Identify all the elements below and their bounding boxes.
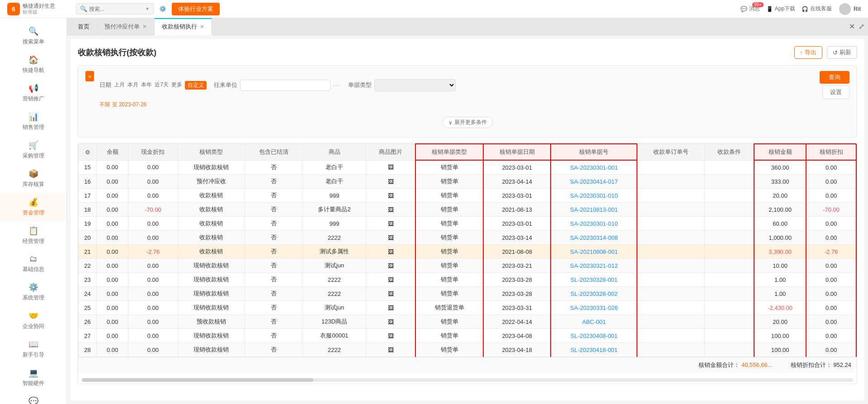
nav-search-input[interactable] bbox=[89, 6, 143, 12]
message-icon: 💬 bbox=[741, 6, 747, 12]
message-button[interactable]: 💬 消息 99+ bbox=[741, 5, 760, 13]
table-cell[interactable]: SA-20210813-001 bbox=[551, 203, 637, 217]
table-cell: 0.00 bbox=[97, 217, 128, 231]
customer-label: 往来单位 bbox=[214, 81, 237, 89]
table-cell[interactable]: SA-20230321-012 bbox=[551, 259, 637, 273]
expand-more-button[interactable]: ∨ 展开更多条件 bbox=[443, 117, 493, 128]
sidebar-item-base[interactable]: 🗂 基础信息 bbox=[0, 250, 66, 278]
export-button[interactable]: ↑ 导出 bbox=[794, 46, 823, 59]
close-tab-button[interactable]: ✕ bbox=[849, 22, 855, 31]
table-cell[interactable]: SL-20230328-001 bbox=[551, 273, 637, 287]
table-cell[interactable]: SL-20230418-001 bbox=[551, 343, 637, 357]
tab-prepay[interactable]: 预付冲应付单 ✕ bbox=[97, 18, 155, 35]
sidebar-label-hardware: 智能硬件 bbox=[23, 380, 44, 387]
sidebar-item-manage[interactable]: 📋 经营管理 bbox=[0, 221, 66, 250]
sidebar-item-inventory[interactable]: 📦 库存核算 bbox=[0, 164, 66, 193]
sidebar-item-finance[interactable]: 💰 资金管理 bbox=[0, 193, 66, 221]
table-cell bbox=[704, 315, 754, 329]
date-7days[interactable]: 近7天 bbox=[155, 81, 169, 90]
scroll-bar-area[interactable] bbox=[78, 373, 857, 384]
table-cell[interactable]: SA-20230331-026 bbox=[551, 301, 637, 315]
refresh-label: 刷新 bbox=[840, 48, 851, 57]
table-cell: 0.00 bbox=[97, 175, 128, 189]
sidebar-item-purchase[interactable]: 🛒 采购管理 bbox=[0, 136, 66, 164]
sidebar-item-search[interactable]: 🔍 搜索菜单 bbox=[0, 22, 66, 50]
table-cell: 0.00 bbox=[128, 231, 178, 245]
expand-more-row: ∨ 展开更多条件 bbox=[85, 113, 849, 132]
date-this-year[interactable]: 本年 bbox=[141, 81, 152, 90]
date-more[interactable]: 更多 bbox=[171, 81, 182, 90]
query-button[interactable]: 查询 bbox=[820, 71, 849, 84]
search-menu-icon: 🔍 bbox=[28, 26, 38, 36]
table-cell: 20 bbox=[79, 231, 97, 245]
maximize-button[interactable]: ⤢ bbox=[859, 22, 864, 31]
table-cell[interactable]: SA-20230301-001 bbox=[551, 160, 637, 175]
tab-receipt-close[interactable]: ✕ bbox=[200, 24, 204, 30]
table-cell bbox=[637, 343, 704, 357]
table-cell: 0.00 bbox=[806, 217, 856, 231]
sidebar-item-marketing[interactable]: 📢 营销推广 bbox=[0, 79, 66, 107]
filter-collapse-btn[interactable]: » bbox=[85, 71, 94, 81]
sidebar-label-nav: 快捷导航 bbox=[23, 67, 44, 74]
sidebar-label-inventory: 库存核算 bbox=[23, 181, 44, 188]
table-cell: 🖼 bbox=[366, 301, 415, 315]
table-cell: 2023-04-14 bbox=[483, 175, 551, 189]
tab-prepay-label: 预付冲应付单 bbox=[104, 23, 140, 31]
date-last-month[interactable]: 上月 bbox=[114, 81, 125, 90]
table-cell: 0.00 bbox=[128, 259, 178, 273]
table-cell[interactable]: SA-20230414-017 bbox=[551, 175, 637, 189]
sidebar-item-nav[interactable]: 🏠 快捷导航 bbox=[0, 50, 66, 79]
tab-prepay-close[interactable]: ✕ bbox=[142, 24, 147, 30]
nav-search[interactable]: 🔍 ▼ bbox=[76, 3, 154, 14]
sidebar-item-hardware[interactable]: 💻 智能硬件 bbox=[0, 363, 66, 392]
th-receipt-order-no: 收款单订单号 bbox=[637, 144, 704, 160]
solution-button[interactable]: 体验行业方案 bbox=[172, 3, 220, 15]
th-settings[interactable]: ⚙ bbox=[79, 144, 97, 160]
scroll-thumb[interactable] bbox=[82, 378, 313, 382]
online-service-button[interactable]: 🎧 在线客服 bbox=[802, 5, 832, 13]
table-cell[interactable]: SA-20210808-001 bbox=[551, 245, 637, 259]
table-cell: 0.00 bbox=[806, 259, 856, 273]
table-row: 210.00-2.76收款核销否测试多属性🖼销货单2021-08-08SA-20… bbox=[79, 245, 857, 259]
table-cell: 16 bbox=[79, 175, 97, 189]
date-this-month[interactable]: 本月 bbox=[127, 81, 138, 90]
table-cell: 0.00 bbox=[128, 160, 178, 175]
settings-button[interactable]: 设置 bbox=[822, 86, 849, 99]
table-cell: 销货单 bbox=[415, 217, 483, 231]
tab-home[interactable]: 首页 bbox=[71, 18, 97, 35]
system-icon: ⚙️ bbox=[28, 282, 38, 292]
sidebar-item-guide[interactable]: 📖 新手引导 bbox=[0, 335, 66, 363]
sidebar-item-sales[interactable]: 📊 销售管理 bbox=[0, 107, 66, 136]
table-cell[interactable]: SL-20230408-001 bbox=[551, 329, 637, 343]
manage-icon: 📋 bbox=[28, 226, 38, 236]
user-profile[interactable]: Rit bbox=[839, 3, 861, 15]
app-download-button[interactable]: 📱 App下载 bbox=[766, 5, 795, 13]
table-cell: 销货单 bbox=[415, 231, 483, 245]
table-cell[interactable]: SA-20230301-010 bbox=[551, 217, 637, 231]
tab-receipt[interactable]: 收款核销执行 ✕ bbox=[155, 18, 212, 35]
customer-dots: ··· bbox=[333, 82, 341, 89]
sidebar-item-wechat[interactable]: 💬 企业微信 bbox=[0, 392, 66, 404]
table-cell[interactable]: SA-20230301-010 bbox=[551, 189, 637, 203]
table-cell: 销货单 bbox=[415, 259, 483, 273]
sidebar-item-corp[interactable]: 🤝 企业协同 bbox=[0, 306, 66, 335]
app-layout: 🔍 搜索菜单 🏠 快捷导航 📢 营销推广 📊 销售管理 🛒 采购管理 📦 库存核… bbox=[0, 18, 868, 404]
table-cell[interactable]: SL-20230328-002 bbox=[551, 287, 637, 301]
table-cell[interactable]: SA-20230314-008 bbox=[551, 231, 637, 245]
doc-type-select[interactable] bbox=[374, 79, 456, 91]
refresh-button[interactable]: ↺ 刷新 bbox=[827, 46, 857, 59]
sidebar-item-system[interactable]: ⚙️ 系统管理 bbox=[0, 278, 66, 306]
tab-home-label: 首页 bbox=[78, 23, 90, 31]
table-cell[interactable]: ABC-001 bbox=[551, 315, 637, 329]
table-cell: 1.00 bbox=[754, 287, 806, 301]
footer-amount-total: 核销金额合计： 40,556,66... bbox=[698, 361, 772, 369]
table-cell: 🖼 bbox=[366, 160, 415, 175]
table-cell: 27 bbox=[79, 329, 97, 343]
horizontal-scrollbar[interactable] bbox=[82, 378, 853, 382]
search-icon: 🔍 bbox=[80, 5, 87, 12]
customer-input[interactable] bbox=[240, 80, 330, 91]
table-cell bbox=[637, 231, 704, 245]
gear-settings-icon[interactable]: ⚙️ bbox=[159, 5, 166, 12]
table-cell: 🖼 bbox=[366, 315, 415, 329]
date-custom[interactable]: 自定义 bbox=[185, 81, 207, 90]
